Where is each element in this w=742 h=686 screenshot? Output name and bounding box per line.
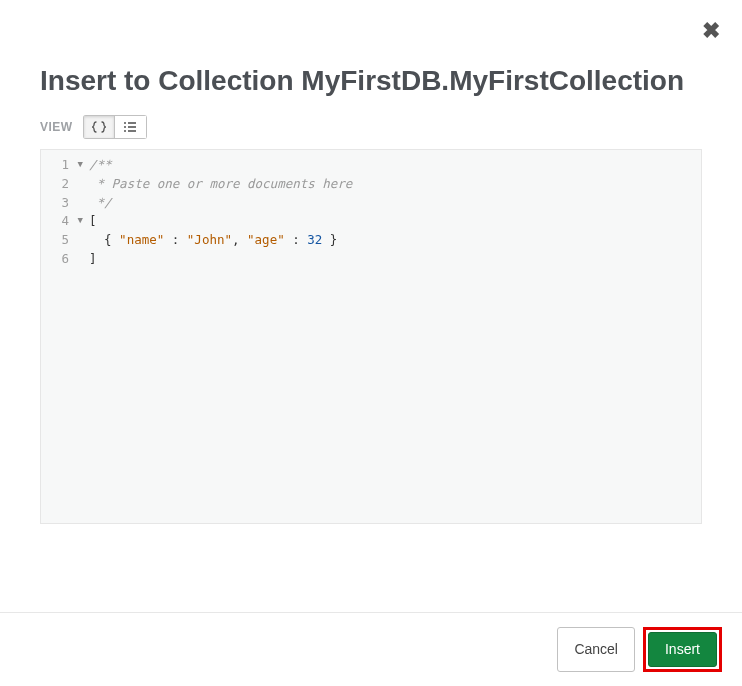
cancel-button[interactable]: Cancel [557, 627, 635, 672]
line-number: 1▼ [41, 156, 75, 175]
line-number: 3 [41, 194, 75, 213]
line-code: { "name" : "John", "age" : 32 } [75, 231, 337, 250]
line-number: 4▼ [41, 212, 75, 231]
svg-point-0 [124, 122, 126, 124]
braces-icon [92, 121, 106, 133]
view-mode-row: VIEW [40, 115, 702, 139]
line-code: * Paste one or more documents here [75, 175, 352, 194]
dialog-title: Insert to Collection MyFirstDB.MyFirstCo… [40, 65, 702, 97]
list-icon [123, 121, 137, 133]
editor-line: 4▼[ [41, 212, 701, 231]
list-view-toggle[interactable] [115, 115, 147, 139]
line-code: */ [75, 194, 112, 213]
editor-line: 6] [41, 250, 701, 269]
line-number: 6 [41, 250, 75, 269]
line-code: ] [75, 250, 97, 269]
fold-icon[interactable]: ▼ [78, 158, 83, 172]
svg-rect-3 [128, 126, 136, 128]
svg-rect-5 [128, 130, 136, 132]
editor-line: 5 { "name" : "John", "age" : 32 } [41, 231, 701, 250]
dialog-footer: Cancel Insert [0, 612, 742, 686]
close-icon[interactable]: ✖ [702, 20, 720, 42]
view-toggle-group [83, 115, 147, 139]
view-label: VIEW [40, 120, 73, 134]
svg-point-2 [124, 126, 126, 128]
document-editor[interactable]: 1▼/**2 * Paste one or more documents her… [40, 149, 702, 524]
line-number: 5 [41, 231, 75, 250]
line-number: 2 [41, 175, 75, 194]
svg-rect-1 [128, 122, 136, 124]
svg-point-4 [124, 130, 126, 132]
insert-button[interactable]: Insert [648, 632, 717, 667]
json-view-toggle[interactable] [83, 115, 115, 139]
editor-line: 2 * Paste one or more documents here [41, 175, 701, 194]
editor-line: 3 */ [41, 194, 701, 213]
insert-button-highlight: Insert [643, 627, 722, 672]
fold-icon[interactable]: ▼ [78, 214, 83, 228]
editor-line: 1▼/** [41, 156, 701, 175]
